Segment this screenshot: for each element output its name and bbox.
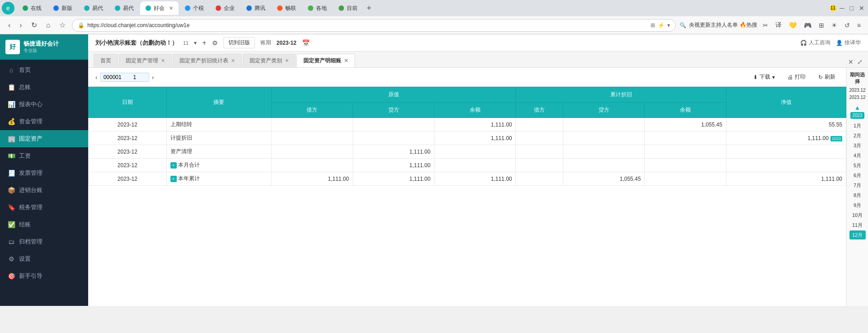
period-month-8[interactable]: 8月 (849, 191, 866, 200)
page-tab-close-fixed-mgmt[interactable]: ✕ (161, 58, 165, 64)
calendar-icon[interactable]: 📅 (302, 39, 310, 47)
scissors-btn[interactable]: ✂ (761, 21, 770, 30)
tab-tengxun[interactable]: 腾讯 (241, 1, 271, 15)
page-tab-depreciation[interactable]: 固定资产折旧统计表 ✕ (173, 54, 242, 67)
tab-chang[interactable]: 畅联 (272, 1, 302, 15)
tab-favicon-geshui (185, 5, 190, 11)
sidebar-label-funds: 资金管理 (19, 117, 42, 126)
tab-close-haohui[interactable]: ✕ (169, 5, 173, 11)
account-settings-button[interactable]: ⚙ (212, 39, 218, 47)
sidebar-item-invoice[interactable]: 🧾 发票管理 (0, 164, 88, 182)
home-button[interactable]: ⌂ (43, 20, 53, 30)
translate-btn[interactable]: 译 (774, 20, 783, 30)
download-dropdown-icon: ▾ (772, 74, 775, 80)
period-month-9[interactable]: 9月 (849, 201, 866, 210)
settings-icon: ⚙ (7, 255, 15, 263)
cell-accum_credit-4: 1,055.45 (563, 172, 645, 186)
menu-btn[interactable]: ≡ (855, 21, 863, 30)
period-month-1[interactable]: 1月 (849, 121, 866, 130)
sun-btn[interactable]: ☀ (830, 21, 839, 30)
wallet-btn[interactable]: 💛 (787, 21, 798, 30)
page-tab-close-detail[interactable]: ✕ (344, 58, 348, 64)
period-month-10[interactable]: 10月 (849, 211, 866, 220)
period-month-11[interactable]: 11月 (849, 220, 866, 230)
sidebar-item-tax[interactable]: 🔖 税务管理 (0, 199, 88, 216)
page-tab-detail[interactable]: 固定资产明细账 ✕ (297, 54, 355, 67)
cell-orig_credit-1 (353, 131, 434, 145)
page-tab-category[interactable]: 固定资产类别 ✕ (243, 54, 296, 67)
period-month-2[interactable]: 2月 (849, 131, 866, 140)
bookmark-button[interactable]: ☆ (57, 20, 68, 30)
add-account-button[interactable]: + (202, 39, 206, 47)
sidebar-item-home[interactable]: ⌂ 首页 (0, 61, 88, 79)
page-tab-fixed-mgmt[interactable]: 固定资产管理 ✕ (119, 54, 172, 67)
tab-muqian[interactable]: 目前 (333, 1, 363, 15)
undo-btn[interactable]: ↺ (843, 21, 852, 30)
window-maximize[interactable]: □ (848, 4, 855, 13)
sidebar-item-payroll[interactable]: 💵 工资 (0, 147, 88, 164)
cell-accum_balance-1 (645, 131, 726, 145)
search-text: 央视更新主持人名单 🔥热搜 (689, 21, 757, 29)
sidebar-item-fixed-assets[interactable]: 🏢 固定资产 (0, 130, 88, 147)
period-panel: 期间选择 2023.12 2023.12 ▲ 2023 1月 2月 3月 4月 … (846, 68, 868, 306)
sidebar-item-closing[interactable]: ✅ 结账 (0, 216, 88, 233)
tab-online[interactable]: 在线 (17, 1, 47, 15)
tab-geshui[interactable]: 个税 (179, 1, 209, 15)
th-orig-credit: 贷方 (353, 103, 434, 118)
sidebar-item-sales[interactable]: 📦 进销台账 (0, 182, 88, 199)
window-minimize[interactable]: ─ (838, 4, 846, 13)
payroll-icon: 💵 (7, 152, 15, 159)
sidebar-item-settings[interactable]: ⚙ 设置 (0, 250, 88, 267)
tab-qiye[interactable]: 企业 (210, 1, 240, 15)
funds-icon: 💰 (7, 118, 15, 125)
page-tab-close-depreciation[interactable]: ✕ (231, 58, 235, 64)
sidebar-item-general-ledger[interactable]: 📋 总账 (0, 79, 88, 96)
period-month-3[interactable]: 3月 (849, 141, 866, 150)
cell-orig_debit-0 (271, 118, 353, 131)
forward-button[interactable]: › (17, 20, 24, 30)
tab-gedi[interactable]: 各地 (302, 1, 332, 15)
account-name: 刘小艳演示账套（勿删勿动！） (95, 39, 178, 47)
page-tab-close-category[interactable]: ✕ (285, 58, 289, 64)
download-button[interactable]: ⬇ 下载 ▾ (750, 71, 778, 83)
period-month-6[interactable]: 6月 (849, 171, 866, 180)
url-bar[interactable]: 🔒 https://cloud.chanjet.com/accounting/u… (72, 19, 676, 32)
next-page-button[interactable]: › (152, 74, 154, 81)
game-btn[interactable]: 🎮 (802, 21, 813, 30)
back-button[interactable]: ‹ (5, 20, 13, 30)
switch-version-button[interactable]: 切到旧版 (223, 37, 255, 48)
window-close[interactable]: ✕ (857, 4, 866, 13)
account-dropdown-button[interactable]: ▾ (194, 40, 197, 46)
tab-collapse-button[interactable]: ✕ (848, 58, 854, 66)
sidebar-item-guide[interactable]: 🎯 新手引导 (0, 267, 88, 285)
tab-yidai1[interactable]: 易代 (79, 1, 108, 15)
cell-accum_debit-0 (516, 118, 563, 131)
sidebar-item-reports[interactable]: 📊 报表中心 (0, 96, 88, 113)
page-tab-home[interactable]: 首页 (94, 54, 118, 67)
tab-yidai2[interactable]: 易代 (109, 1, 139, 15)
refresh-button[interactable]: ↻ 刷新 (815, 71, 839, 83)
period-month-12[interactable]: 12月 (849, 230, 866, 239)
cell-accum_debit-2 (516, 145, 563, 159)
prev-page-button[interactable]: ‹ (95, 74, 98, 81)
tab-haohui[interactable]: 好会 ✕ (140, 1, 179, 15)
tab-expand-button[interactable]: ⤢ (857, 58, 863, 66)
page-index-input[interactable] (123, 74, 146, 80)
period-month-7[interactable]: 7月 (849, 181, 866, 190)
period-scroll-up-button[interactable]: ▲ (854, 103, 862, 112)
tax-icon: 🔖 (7, 204, 15, 211)
period-month-4[interactable]: 4月 (849, 151, 866, 160)
sidebar-item-archive[interactable]: 🗂 归档管理 (0, 233, 88, 250)
new-tab-button[interactable]: + (364, 4, 374, 13)
user-profile[interactable]: 👤 徐译华 (836, 39, 861, 47)
sidebar-item-funds[interactable]: 💰 资金管理 (0, 113, 88, 130)
grid-btn[interactable]: ⊞ (817, 21, 826, 30)
home-icon: ⌂ (7, 66, 15, 74)
reload-button[interactable]: ↻ (28, 20, 40, 30)
support-button[interactable]: 🎧 人工咨询 (800, 39, 830, 47)
period-month-5[interactable]: 5月 (849, 161, 866, 170)
tab-new[interactable]: 新版 (48, 1, 78, 15)
sidebar-label-guide: 新手引导 (19, 272, 42, 280)
print-button[interactable]: 🖨 打印 (784, 71, 809, 83)
user-label: 徐译华 (844, 39, 861, 47)
